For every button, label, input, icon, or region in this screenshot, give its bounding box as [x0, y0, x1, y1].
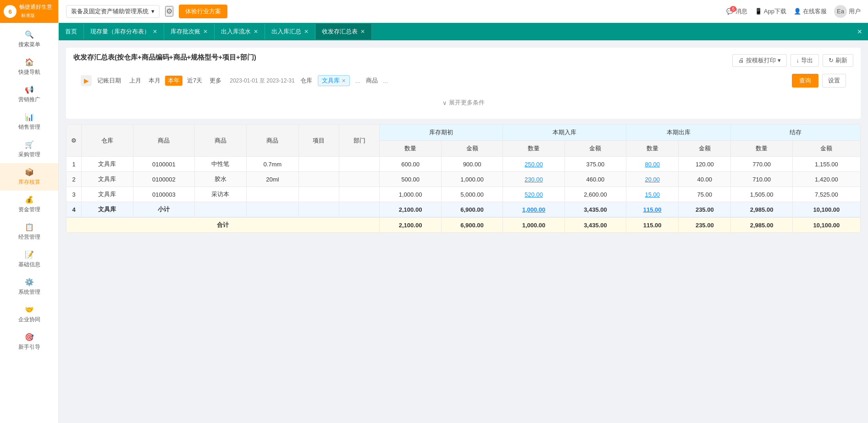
table-wrap: ⚙ 仓库 商品 商品 商品 项目 部门 库存期初 本期入库 本期出库 结存 数量 [66, 124, 861, 233]
print-btn[interactable]: 🖨 按模板打印 ▾ [732, 54, 787, 67]
row-out-amt: 120.00 [679, 157, 731, 172]
user-btn[interactable]: Ea 用户 [834, 5, 861, 18]
tab-close-inventory_dist[interactable]: ✕ [153, 28, 157, 35]
col-product-header: 商品 [195, 125, 247, 157]
experience-btn[interactable]: 体验行业方案 [179, 5, 227, 18]
sidebar-item-basic[interactable]: 📝基础信息 [0, 246, 58, 273]
expand-btn[interactable]: ∨ 展开更多条件 [442, 99, 485, 107]
row-open-qty: 500.00 [380, 172, 441, 187]
sidebar-item-label-guide: 新手引导 [18, 343, 40, 351]
purchase-icon: 🛒 [25, 140, 34, 149]
product-more-btn[interactable]: ... [383, 77, 388, 84]
sidebar-item-search[interactable]: 🔍搜索菜单 [0, 26, 58, 53]
row-bal-amt: 1,420.00 [792, 172, 860, 187]
row-warehouse: 文具库 [82, 157, 133, 172]
warehouse-more-btn[interactable]: ... [355, 77, 360, 84]
system-selector[interactable]: 装备及固定资产辅助管理系统 ▾ [66, 5, 160, 18]
export-btn[interactable]: ↓ 导出 [791, 54, 819, 67]
tab-label-inout_summary: 出入库汇总 [271, 27, 301, 36]
row-open-amt: 900.00 [441, 157, 503, 172]
sidebar-item-finance[interactable]: 💰资金管理 [0, 191, 58, 218]
tab-label-recv_send_summary: 收发存汇总表 [322, 27, 358, 36]
date-btn-近7天[interactable]: 近7天 [184, 76, 205, 86]
tab-close-batch[interactable]: ✕ [203, 28, 208, 35]
row-no: 2 [66, 172, 82, 187]
table-row: 4文具库小计2,100.006,900.001,000.003,435.0011… [66, 202, 861, 218]
sidebar-item-label-marketing: 营销推广 [18, 96, 40, 104]
filter-settings-btn[interactable]: 设置 [822, 74, 846, 88]
date-btn-本月[interactable]: 本月 [146, 76, 163, 86]
row-dept [339, 157, 380, 172]
message-btn[interactable]: 💬 6 消息 [726, 7, 747, 16]
message-label: 消息 [735, 7, 747, 16]
tab-close-recv_send_summary[interactable]: ✕ [360, 28, 365, 35]
warehouse-tag-close[interactable]: ✕ [342, 78, 346, 84]
sidebar-item-sales[interactable]: 📊销售管理 [0, 108, 58, 136]
row-in-qty[interactable]: 520.00 [503, 187, 564, 202]
date-btn-更多[interactable]: 更多 [207, 76, 224, 86]
chevron-down-icon: ▾ [778, 57, 781, 64]
col-spec-header: 商品 [246, 125, 299, 157]
content-area: 收发存汇总表(按仓库+商品编码+商品+规格型号+项目+部门) 🖨 按模板打印 ▾… [59, 40, 868, 423]
sidebar-item-marketing[interactable]: 📢营销推广 [0, 81, 58, 108]
row-bal-amt: 10,100.00 [792, 202, 860, 218]
tab-inout_flow[interactable]: 出入库流水✕ [215, 24, 265, 39]
tab-recv_send_summary[interactable]: 收发存汇总表✕ [315, 24, 372, 39]
row-open-amt: 5,000.00 [441, 187, 503, 202]
topbar-settings-icon[interactable]: ⚙ [165, 6, 173, 16]
refresh-btn[interactable]: ↻ 刷新 [823, 54, 853, 67]
online-service-btn[interactable]: 👤 在线客服 [794, 7, 827, 16]
cooperation-icon: 🤝 [25, 305, 34, 314]
row-bal-amt: 1,155.00 [792, 157, 860, 172]
date-btn-本年[interactable]: 本年 [165, 76, 182, 86]
sidebar-item-guide[interactable]: 🎯新手引导 [0, 328, 58, 356]
expand-icon: ∨ [442, 99, 447, 106]
row-in-qty[interactable]: 250.00 [503, 157, 564, 172]
row-out-qty[interactable]: 20.00 [626, 172, 679, 187]
filter-collapse-btn[interactable]: ▶ [81, 75, 92, 86]
tabbar-close-btn[interactable]: ✕ [851, 28, 868, 35]
row-no: 1 [66, 157, 82, 172]
filter-card: 收发存汇总表(按仓库+商品编码+商品+规格型号+项目+部门) 🖨 按模板打印 ▾… [66, 48, 861, 119]
tab-close-inout_flow[interactable]: ✕ [254, 28, 258, 35]
table-row: 3文具库0100003采访本1,000.005,000.00520.002,60… [66, 187, 861, 202]
user-label: 用户 [849, 7, 861, 16]
tab-batch[interactable]: 库存批次账✕ [164, 24, 215, 39]
sidebar-item-quicknav[interactable]: 🏠快捷导航 [0, 53, 58, 81]
sidebar-item-inventory[interactable]: 📦库存核算 [0, 163, 58, 191]
query-btn[interactable]: 查询 [792, 74, 818, 88]
row-open-qty: 1,000.00 [380, 187, 441, 202]
row-out-qty[interactable]: 15.00 [626, 187, 679, 202]
sidebar-item-label-operation: 经营管理 [18, 233, 40, 241]
sidebar-item-cooperation[interactable]: 🤝企业协同 [0, 301, 58, 328]
col-sku-header: 商品 [133, 125, 194, 157]
sidebar-item-label-inventory: 库存核算 [18, 178, 40, 186]
filter-date-btns: 上月本月本年近7天更多 [127, 76, 224, 86]
sidebar-item-system[interactable]: ⚙️系统管理 [0, 273, 58, 301]
row-project [299, 187, 339, 202]
total-open-qty: 2,100.00 [380, 217, 441, 233]
sidebar-item-label-system: 系统管理 [18, 288, 40, 296]
app-download-btn[interactable]: 📱 App下载 [755, 7, 786, 16]
guide-icon: 🎯 [25, 333, 34, 341]
row-in-qty[interactable]: 1,000.00 [503, 202, 564, 218]
row-in-qty[interactable]: 230.00 [503, 172, 564, 187]
tab-inout_summary[interactable]: 出入库汇总✕ [265, 24, 315, 39]
sidebar-item-purchase[interactable]: 🛒采购管理 [0, 136, 58, 163]
tab-close-inout_summary[interactable]: ✕ [304, 28, 309, 35]
row-no: 3 [66, 187, 82, 202]
row-open-amt: 1,000.00 [441, 172, 503, 187]
row-out-qty[interactable]: 115.00 [626, 202, 679, 218]
row-in-amt: 3,435.00 [564, 202, 626, 218]
row-sku: 0100003 [133, 187, 194, 202]
date-btn-上月[interactable]: 上月 [127, 76, 144, 86]
sidebar-item-operation[interactable]: 📋经营管理 [0, 218, 58, 246]
tab-inventory_dist[interactable]: 现存量（库存分布表）✕ [84, 24, 164, 39]
operation-icon: 📋 [25, 223, 34, 231]
row-in-amt: 2,600.00 [564, 187, 626, 202]
row-project [299, 202, 339, 218]
total-bal-amt: 10,100.00 [792, 217, 860, 233]
tab-home[interactable]: 首页 [59, 24, 84, 39]
row-out-qty[interactable]: 80.00 [626, 157, 679, 172]
finance-icon: 💰 [25, 195, 34, 204]
